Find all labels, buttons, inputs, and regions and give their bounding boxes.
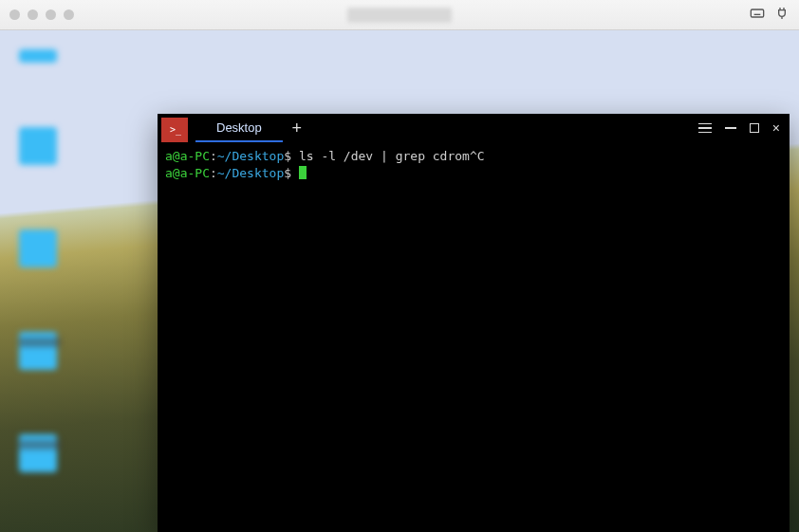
traffic-max[interactable] <box>46 9 56 20</box>
desktop-folder-icon[interactable] <box>19 49 57 63</box>
prompt-dollar: $ <box>284 149 299 163</box>
traffic-min[interactable] <box>28 9 38 20</box>
prompt-sep: : <box>210 149 217 163</box>
terminal-tabbar: >_ Desktop + × <box>158 114 790 142</box>
keyboard-icon[interactable] <box>750 6 765 25</box>
desktop-folder-icon[interactable] <box>19 229 57 267</box>
traffic-extra <box>64 9 74 20</box>
prompt-path: ~/Desktop <box>217 149 284 163</box>
power-plug-icon[interactable] <box>774 6 790 25</box>
terminal-window[interactable]: >_ Desktop + × a@a-PC:~/Desktop$ ls -l /… <box>158 114 790 532</box>
desktop[interactable]: >_ Desktop + × a@a-PC:~/Desktop$ ls -l /… <box>0 30 799 532</box>
terminal-window-controls: × <box>689 114 790 142</box>
terminal-body[interactable]: a@a-PC:~/Desktop$ ls -l /dev | grep cdro… <box>158 142 790 532</box>
prompt-path: ~/Desktop <box>217 166 284 180</box>
prompt-dollar: $ <box>284 166 299 180</box>
terminal-cursor <box>299 166 307 179</box>
close-button[interactable]: × <box>772 121 780 135</box>
terminal-command-text: ls -l /dev | grep cdrom^C <box>299 149 485 163</box>
traffic-close[interactable] <box>9 9 20 20</box>
hamburger-menu-icon[interactable] <box>698 123 712 134</box>
window-traffic-lights[interactable] <box>9 9 74 20</box>
desktop-icons-column <box>19 49 57 472</box>
desktop-folder-icon[interactable] <box>19 332 57 370</box>
prompt-user: a@a-PC <box>165 149 210 163</box>
minimize-button[interactable] <box>725 127 736 129</box>
prompt-sep: : <box>210 166 217 180</box>
prompt-user: a@a-PC <box>165 166 210 180</box>
terminal-app-icon[interactable]: >_ <box>161 118 188 142</box>
os-titlebar <box>0 0 799 30</box>
svg-text:>_: >_ <box>170 124 182 136</box>
maximize-button[interactable] <box>750 123 759 133</box>
terminal-tab-label: Desktop <box>216 120 262 135</box>
terminal-tab-active[interactable]: Desktop <box>195 114 283 142</box>
desktop-folder-icon[interactable] <box>19 127 57 165</box>
svg-rect-0 <box>751 9 763 17</box>
desktop-folder-icon[interactable] <box>19 434 57 472</box>
titlebar-title-blur <box>347 8 452 23</box>
terminal-new-tab-button[interactable]: + <box>283 114 311 142</box>
